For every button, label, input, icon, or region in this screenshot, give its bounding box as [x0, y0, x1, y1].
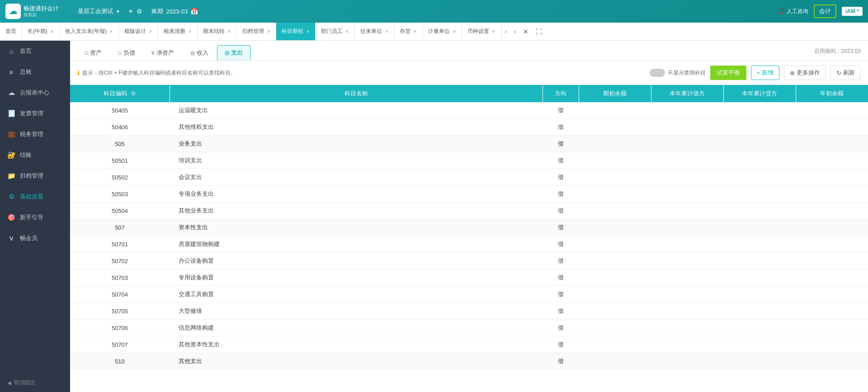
sidebar-item-reports[interactable]: ☁ 云报表中心	[0, 82, 70, 103]
sidebar-item-tax[interactable]: 💼 税务管理	[0, 124, 70, 145]
tab-close-period-end[interactable]: ✕	[227, 29, 231, 34]
tab-partner[interactable]: 往来单位 ✕	[355, 23, 394, 41]
balance-button[interactable]: 试算平衡	[710, 66, 746, 80]
support-button[interactable]: 🎧 人工咨询	[778, 8, 808, 15]
account-button[interactable]: 会计	[814, 5, 836, 18]
table-row[interactable]: 50701 房屋建筑物购建 借	[70, 236, 868, 253]
table-row[interactable]: 507 资本性支出 借	[70, 219, 868, 236]
sidebar-item-closing[interactable]: 🔐 结账	[0, 145, 70, 165]
sub-tab-expense[interactable]: ◎ 支出	[217, 45, 250, 61]
tab-unit[interactable]: 计量单位 ✕	[423, 23, 462, 41]
sidebar-item-archive[interactable]: 📁 归档管理	[0, 165, 70, 186]
tab-interim[interactable]: 长(中期) ✕	[22, 23, 60, 41]
cell-name: 业务支出	[170, 136, 542, 152]
tab-close-inventory[interactable]: ✕	[413, 29, 417, 34]
subject-table: 科目编码 ⚙ 科目名称 方向 期初余额 本年累计借方 本年累计贷方 年初余额 5…	[70, 85, 868, 370]
col-header-name: 科目名称	[170, 85, 542, 102]
add-tab-button[interactable]: +	[128, 7, 133, 16]
tab-close-unit[interactable]: ✕	[453, 29, 456, 34]
cell-code: 50703	[70, 269, 170, 286]
tab-income[interactable]: 收入支出表(年报) ✕	[60, 23, 119, 41]
tab-close-subject[interactable]: ✕	[306, 29, 310, 34]
col-header-direction: 方向	[542, 85, 579, 102]
tab-dept[interactable]: 部门员工 ✕	[316, 23, 355, 41]
table-row[interactable]: 505 业务支出 借	[70, 136, 868, 152]
ledger-icon: ≡	[7, 68, 15, 76]
cell-year-balance	[796, 269, 868, 286]
sidebar-item-guide[interactable]: 🎯 新手引导	[0, 207, 70, 228]
tab-home[interactable]: 首页	[0, 23, 22, 41]
tab-close-template[interactable]: ✕	[149, 29, 152, 34]
settings-button[interactable]: ⚙	[137, 8, 142, 15]
logo-icon: ☁	[5, 4, 21, 19]
tab-close-tax[interactable]: ✕	[188, 29, 192, 34]
tab-inventory[interactable]: 存货 ✕	[394, 23, 423, 41]
tab-template[interactable]: 模版设计 ✕	[119, 23, 158, 41]
cell-year-balance	[796, 169, 868, 186]
table-row[interactable]: 50707 其他资本性支出 借	[70, 336, 868, 353]
sub-tab-income[interactable]: ◎ 收入	[183, 45, 216, 61]
table-row[interactable]: 50705 大型修缮 借	[70, 303, 868, 320]
gear-sidebar-icon: ⚙	[7, 193, 15, 201]
refresh-button[interactable]: ↻ 刷新	[830, 66, 861, 80]
add-button[interactable]: + 新增	[751, 66, 779, 80]
table-row[interactable]: 50702 办公设备购置 借	[70, 253, 868, 269]
tab-close-archive[interactable]: ✕	[267, 29, 270, 34]
table-row[interactable]: 50503 专项业务支出 借	[70, 186, 868, 203]
logo-text: 畅捷通好会计 旗舰版	[24, 5, 59, 18]
table-row[interactable]: 50502 会议支出 借	[70, 169, 868, 186]
sidebar-item-member[interactable]: V 畅会员	[0, 228, 70, 249]
cell-name: 运温暖支出	[170, 102, 542, 119]
cell-year-debit	[651, 169, 723, 186]
calendar-icon[interactable]: 📅	[190, 8, 198, 15]
tab-tax[interactable]: 税表清册 ✕	[158, 23, 198, 41]
user-badge[interactable]: iAM *	[842, 7, 863, 16]
tab-close-dept[interactable]: ✕	[345, 29, 349, 34]
cell-year-balance	[796, 336, 868, 353]
table-row[interactable]: 50703 专用设备购置 借	[70, 269, 868, 286]
table-row[interactable]: 50704 交通工具购置 借	[70, 286, 868, 303]
col-header-year-credit: 本年累计贷方	[723, 85, 796, 102]
tab-close-income[interactable]: ✕	[109, 29, 113, 34]
sub-tab-asset[interactable]: □ 资产	[77, 45, 109, 61]
table-row[interactable]: 50405 运温暖支出 借	[70, 102, 868, 119]
tab-close-currency[interactable]: ✕	[492, 29, 495, 34]
tab-period-end[interactable]: 期末结转 ✕	[198, 23, 237, 41]
cloud-icon: ☁	[7, 89, 15, 97]
cell-year-debit	[651, 253, 723, 269]
sidebar-item-invoice[interactable]: 🧾 发票管理	[0, 103, 70, 124]
tab-prev-button[interactable]: ‹	[501, 28, 510, 35]
column-settings-icon[interactable]: ⚙	[131, 90, 136, 97]
col-header-code: 科目编码 ⚙	[70, 85, 170, 102]
table-row[interactable]: 50706 信息网络购建 借	[70, 320, 868, 336]
sub-tab-liability[interactable]: □ 负债	[110, 45, 142, 61]
tab-close-partner[interactable]: ✕	[385, 29, 388, 34]
liability-tab-icon: □	[118, 50, 121, 56]
sidebar-item-home[interactable]: ⌂ 首页	[0, 41, 70, 61]
tab-next-button[interactable]: ›	[510, 28, 519, 35]
tab-archive[interactable]: 归档管理 ✕	[237, 23, 276, 41]
main-layout: ⌂ 首页 ≡ 总账 ☁ 云报表中心 🧾 发票管理 💼 税务管理 🔐 结账 📁 归…	[0, 41, 868, 392]
sub-tab-equity[interactable]: ≡ 净资产	[144, 45, 182, 61]
table-row[interactable]: 50501 培训支出 借	[70, 152, 868, 169]
table-row[interactable]: 50406 其他维权支出 借	[70, 119, 868, 136]
info-icon: ℹ	[77, 69, 80, 76]
company-selector[interactable]: 基层工会测试 ▼	[78, 7, 120, 15]
cell-period-balance	[579, 203, 651, 219]
sub-tab-bar: □ 资产 □ 负债 ≡ 净资产 ◎ 收入 ◎ 支出 启用期间：2023.03	[70, 41, 868, 61]
table-row[interactable]: 510 其他支出 借	[70, 353, 868, 370]
toggle-disabled[interactable]: 不显示禁用科目	[650, 69, 706, 77]
table-row[interactable]: 50504 其他业务支出 借	[70, 203, 868, 219]
sidebar-item-basic[interactable]: ⚙ 基础设置	[0, 186, 70, 207]
member-icon: V	[7, 235, 15, 242]
more-button[interactable]: ⊕ 更多操作	[784, 66, 826, 80]
toggle-track[interactable]	[650, 69, 665, 77]
tab-subject[interactable]: 科目期初 ✕	[276, 23, 316, 41]
tab-close-interim[interactable]: ✕	[50, 29, 54, 34]
tab-maximize-button[interactable]: ⛶	[532, 28, 546, 35]
cell-year-balance	[796, 253, 868, 269]
sidebar-item-ledger[interactable]: ≡ 总账	[0, 61, 70, 82]
sidebar-collapse-button[interactable]: ◀ 取消固定	[0, 373, 70, 392]
tab-close-all-button[interactable]: ✕	[519, 28, 532, 35]
tab-currency[interactable]: 币种设置 ✕	[462, 23, 501, 41]
